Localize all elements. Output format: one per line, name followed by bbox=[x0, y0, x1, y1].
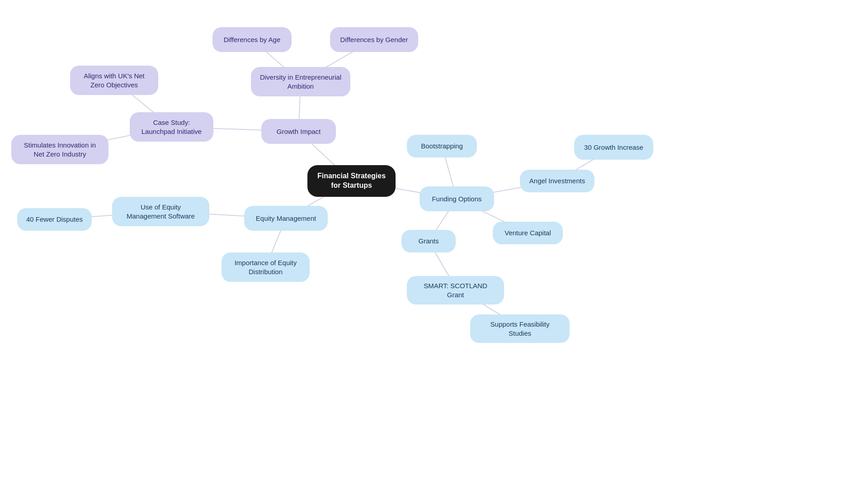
node-funding_options[interactable]: Funding Options bbox=[420, 186, 494, 211]
node-differences_age[interactable]: Differences by Age bbox=[212, 27, 292, 52]
node-diversity[interactable]: Diversity in Entrepreneurial Ambition bbox=[251, 67, 350, 96]
node-growth_increase[interactable]: 30 Growth Increase bbox=[574, 135, 653, 160]
mind-map: Financial Strategies for StartupsDiffere… bbox=[0, 0, 868, 490]
node-grants[interactable]: Grants bbox=[401, 230, 456, 252]
node-bootstrapping[interactable]: Bootstrapping bbox=[407, 135, 477, 157]
node-center[interactable]: Financial Strategies for Startups bbox=[307, 165, 396, 197]
node-case_study[interactable]: Case Study: Launchpad Initiative bbox=[130, 112, 213, 142]
node-stimulates[interactable]: Stimulates Innovation in Net Zero Indust… bbox=[11, 135, 108, 164]
node-importance_equity[interactable]: Importance of Equity Distribution bbox=[222, 252, 310, 282]
node-venture[interactable]: Venture Capital bbox=[493, 222, 563, 244]
node-aligns[interactable]: Aligns with UK's Net Zero Objectives bbox=[70, 66, 158, 95]
node-use_equity[interactable]: Use of Equity Management Software bbox=[112, 197, 209, 226]
node-equity_mgmt[interactable]: Equity Management bbox=[244, 206, 328, 231]
node-fewer_disputes[interactable]: 40 Fewer Disputes bbox=[17, 208, 92, 231]
node-angel[interactable]: Angel Investments bbox=[520, 170, 594, 192]
node-smart_scotland[interactable]: SMART: SCOTLAND Grant bbox=[407, 276, 504, 304]
node-growth_impact[interactable]: Growth Impact bbox=[261, 119, 336, 144]
node-differences_gender[interactable]: Differences by Gender bbox=[330, 27, 418, 52]
node-supports_feasibility[interactable]: Supports Feasibility Studies bbox=[470, 314, 570, 343]
